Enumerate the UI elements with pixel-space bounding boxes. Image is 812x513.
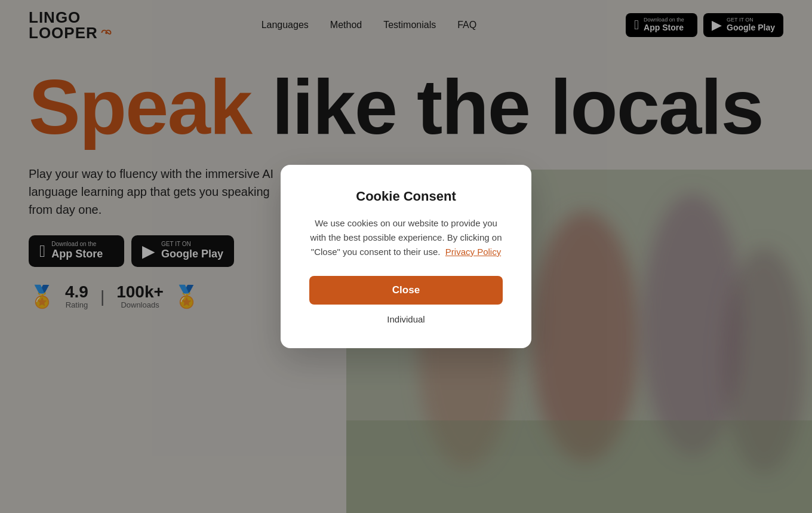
modal-close-button[interactable]: Close bbox=[309, 276, 503, 305]
modal-title: Cookie Consent bbox=[309, 189, 503, 204]
cookie-overlay: Cookie Consent We use cookies on our web… bbox=[0, 0, 812, 513]
privacy-policy-link[interactable]: Privacy Policy bbox=[445, 247, 501, 257]
cookie-modal: Cookie Consent We use cookies on our web… bbox=[281, 165, 531, 348]
modal-body: We use cookies on our website to provide… bbox=[309, 216, 503, 259]
modal-individual-link[interactable]: Individual bbox=[309, 314, 503, 324]
